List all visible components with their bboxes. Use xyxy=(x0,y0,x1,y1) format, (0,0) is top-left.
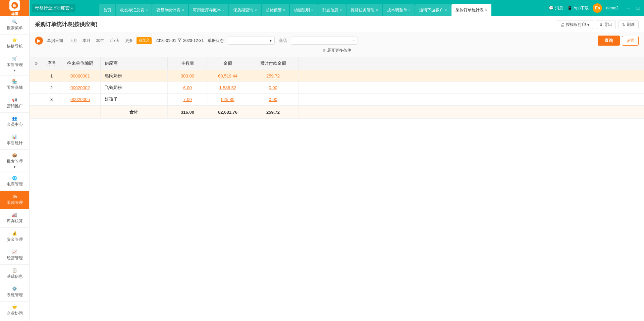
print-button[interactable]: 🖨 按模板打印 ▾ xyxy=(557,20,593,29)
sidebar-item-marketing[interactable]: 📢 营销推广 xyxy=(0,94,29,113)
date-btn-last-month[interactable]: 上月 xyxy=(67,37,79,44)
goods-input[interactable]: ··· xyxy=(291,37,358,45)
member-icon: 👥 xyxy=(12,116,17,121)
row2-code[interactable]: 00020002 xyxy=(60,82,100,94)
tab-config-info[interactable]: 配置信息 × xyxy=(318,4,346,16)
tab-close-icon[interactable]: × xyxy=(222,8,224,12)
minimize-btn[interactable]: ─ xyxy=(625,5,632,11)
tab-receive-summary-label: 收发存汇总表 xyxy=(120,7,144,13)
row2-qty[interactable]: 6.00 xyxy=(167,82,208,94)
tab-close-icon[interactable]: × xyxy=(146,8,148,12)
tab-function-desc[interactable]: 功能说明 × xyxy=(290,4,317,16)
sidebar-item-ecommerce[interactable]: 🌐 电商管理 xyxy=(0,172,29,191)
date-btn-this-month[interactable]: 本月 xyxy=(80,37,93,44)
sidebar-item-stock[interactable]: 🏭 库存核算 xyxy=(0,209,29,228)
maximize-btn[interactable]: □ xyxy=(635,5,641,11)
user-avatar[interactable]: Ea xyxy=(593,3,602,13)
top-bar-right: 💬 消息 📱 App下载 Ea demo2 ─ □ xyxy=(549,3,641,13)
print-label: 按模板打印 xyxy=(566,22,586,28)
row1-empty xyxy=(298,70,644,82)
tab-close-icon[interactable]: × xyxy=(485,8,487,12)
row1-amount[interactable]: 60,519.44 xyxy=(208,70,248,82)
username: demo2 xyxy=(606,6,619,10)
ecommerce-icon: 🌐 xyxy=(12,176,17,180)
date-btn-this-year[interactable]: 本年 xyxy=(94,37,106,44)
row1-paid[interactable]: 259.72 xyxy=(248,70,298,82)
tab-expiry-query[interactable]: 保质期查询 × xyxy=(229,4,261,16)
sidebar-item-quicknav[interactable]: ⭐ 快捷导航 xyxy=(0,35,29,53)
sidebar-item-basic[interactable]: 📋 基础信息 xyxy=(0,265,29,283)
goods-label: 商品 xyxy=(279,38,287,44)
sidebar-item-operation[interactable]: 📈 经营管理 xyxy=(0,246,29,265)
tab-receive-summary[interactable]: 收发存汇总表 × xyxy=(116,4,152,16)
row2-paid[interactable]: 0.00 xyxy=(248,82,298,94)
query-button[interactable]: 查询 xyxy=(598,36,620,46)
tab-invite-downstream[interactable]: 邀请下游客户 × xyxy=(415,4,451,16)
tab-purchase-stats-label: 采购订单统计表 xyxy=(455,7,484,13)
row3-qty[interactable]: 7.00 xyxy=(167,94,208,106)
row1-code[interactable]: 00020001 xyxy=(60,70,100,82)
sidebar-label-basic: 基础信息 xyxy=(7,274,23,279)
filter-toggle-btn[interactable]: ▶ xyxy=(35,37,43,45)
filter-bar: ▶ 单据日期 上月 本月 本年 近7天 更多 自定义 2016-01-01 至 … xyxy=(30,32,644,57)
sidebar-item-retail[interactable]: 🛒 零售管理 ▼ xyxy=(0,53,29,76)
row3-amount[interactable]: 525.80 xyxy=(208,94,248,106)
sidebar-item-wholesale[interactable]: 📦 批发管理 ▼ xyxy=(0,150,29,172)
message-btn[interactable]: 💬 消息 xyxy=(549,5,563,11)
tab-pick-task[interactable]: 拣货任务管理 × xyxy=(346,4,382,16)
sidebar-item-system[interactable]: ⚙️ 系统管理 xyxy=(0,283,29,302)
tab-overstock-warning-label: 超储预警 xyxy=(266,7,282,13)
row1-settings xyxy=(30,70,43,82)
tab-close-icon[interactable]: × xyxy=(255,8,257,12)
date-btn-more[interactable]: 更多 xyxy=(123,37,135,44)
tab-overstock-warning[interactable]: 超储预警 × xyxy=(262,4,289,16)
date-btn-7days[interactable]: 近7天 xyxy=(107,37,122,44)
table-row: 2 00020002 飞鹤奶粉 6.00 1,586.52 0.00 xyxy=(30,82,644,94)
tab-close-icon[interactable]: × xyxy=(311,8,313,12)
expand-more-btn[interactable]: ⊕ 展开更多条件 xyxy=(322,48,351,53)
app-download-btn[interactable]: 📱 App下载 xyxy=(567,5,589,11)
main-area: 母婴行业演示账套 ▾ 首页 收发存汇总表 × 要货单统计表 × 可用量库存账本 … xyxy=(30,0,644,321)
row3-paid[interactable]: 0.00 xyxy=(248,94,298,106)
tab-close-icon[interactable]: × xyxy=(376,8,378,12)
tab-purchase-stats[interactable]: 采购订单统计表 × xyxy=(451,4,491,16)
tab-cost-adjust-label: 成本调整单 xyxy=(387,7,407,13)
tab-home[interactable]: 首页 xyxy=(99,4,115,16)
row3-code[interactable]: 00020005 xyxy=(60,94,100,106)
sidebar-item-member[interactable]: 👥 会员中心 xyxy=(0,113,29,131)
sidebar-item-search[interactable]: 🔍 搜索菜单 xyxy=(0,16,29,35)
tab-cost-adjust[interactable]: 成本调整单 × xyxy=(383,4,415,16)
workspace-selector[interactable]: 母婴行业演示账套 ▾ xyxy=(32,4,75,12)
status-select[interactable]: ▾ xyxy=(228,37,275,45)
sidebar-item-retail-mall[interactable]: 🏪 零售商城 xyxy=(0,76,29,94)
tab-expiry-query-label: 保质期查询 xyxy=(233,7,253,13)
wholesale-arrow: ▼ xyxy=(13,165,16,169)
sidebar-item-finance[interactable]: 💰 资金管理 xyxy=(0,228,29,246)
sidebar-item-enterprise[interactable]: 🤝 企业协同 xyxy=(0,302,29,320)
sidebar-item-purchase[interactable]: 🛍 采购管理 xyxy=(0,191,29,209)
date-from[interactable]: 2016-01-01 xyxy=(156,38,176,43)
tab-close-icon[interactable]: × xyxy=(182,8,184,12)
export-button[interactable]: ⬇ 导出 xyxy=(596,20,616,29)
settings-button[interactable]: 设置 xyxy=(622,36,639,46)
logo-icon: 畅 xyxy=(9,0,20,11)
refresh-button[interactable]: ↻ 刷新 xyxy=(619,20,639,29)
tab-close-icon[interactable]: × xyxy=(340,8,342,12)
col-settings[interactable]: ⚙ xyxy=(30,57,43,70)
tab-goods-stats[interactable]: 要货单统计表 × xyxy=(152,4,188,16)
row2-amount[interactable]: 1,586.52 xyxy=(208,82,248,94)
user-avatar-text: Ea xyxy=(595,6,600,10)
row1-qty[interactable]: 303.00 xyxy=(167,70,208,82)
tab-available-stock[interactable]: 可用量库存账本 × xyxy=(189,4,228,16)
date-to[interactable]: 2023-12-31 xyxy=(183,38,204,43)
goods-more-icon[interactable]: ··· xyxy=(352,38,355,43)
tab-close-icon[interactable]: × xyxy=(445,8,447,12)
data-table: ⚙ 序号 往来单位编码 供应商 主数量 金额 累计付款金额 1 000200 xyxy=(30,57,644,119)
sidebar-label-system: 系统管理 xyxy=(7,292,23,298)
sidebar-item-retail-stats[interactable]: 📊 零售统计 xyxy=(0,131,29,150)
app-download-label: App下载 xyxy=(574,5,589,11)
message-icon: 💬 xyxy=(549,6,554,10)
tab-close-icon[interactable]: × xyxy=(409,8,411,12)
row3-no: 3 xyxy=(43,94,60,106)
tab-close-icon[interactable]: × xyxy=(283,8,285,12)
